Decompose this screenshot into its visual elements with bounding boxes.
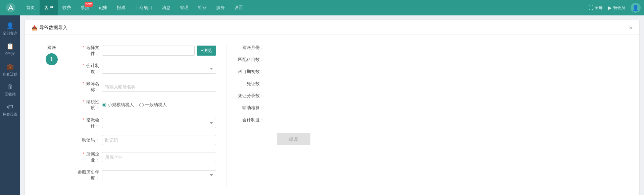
- sidebar-item-declare[interactable]: 📋 0申报: [0, 39, 20, 60]
- info-accounting-system-row: 会计制度：: [233, 117, 354, 123]
- file-input-group: +浏览: [102, 46, 216, 56]
- ledger-name-input[interactable]: [102, 82, 216, 92]
- svg-point-0: [6, 3, 15, 12]
- nav-items: 首页 客户 收费 票据 new 记账 报税 工商项目 消息 管理 经营 服务 设…: [21, 0, 589, 15]
- sidebar-item-migrate[interactable]: 💼 账套迁移: [0, 60, 20, 80]
- file-label: * 选择文件：: [75, 45, 102, 57]
- tax-type-label: * 纳税性质：: [75, 99, 102, 111]
- user-icon: 👤: [6, 22, 14, 29]
- import-panel: 📥 导爷数据导入 × 建账 1 * 选择文件：: [25, 20, 639, 195]
- file-input[interactable]: [102, 46, 195, 56]
- month-row: 建账月份：: [233, 45, 354, 51]
- history-year-select[interactable]: [102, 170, 216, 180]
- panel-header: 📥 导爷数据导入 ×: [25, 20, 639, 35]
- sidebar-item-tags[interactable]: 🏷 标签设置: [0, 100, 20, 120]
- migrate-icon: 💼: [6, 63, 14, 70]
- import-icon: 📥: [32, 25, 37, 30]
- nav-fee[interactable]: 收费: [58, 0, 76, 15]
- tag-icon: 🏷: [7, 104, 13, 111]
- voucher-label: 凭证数：: [233, 81, 267, 87]
- accountant-row: * 指派会计：: [75, 117, 216, 129]
- info-accounting-system-label: 会计制度：: [233, 117, 267, 123]
- nav-bookkeeping[interactable]: 记账: [94, 0, 112, 15]
- nav-right: ⛶ 全屏 ▶ 畅会员 👤: [589, 3, 641, 13]
- top-nav: 首页 客户 收费 票据 new 记账 报税 工商项目 消息 管理 经营 服务 设…: [0, 0, 644, 15]
- create-account-button[interactable]: 建账: [277, 133, 310, 145]
- nav-tax[interactable]: 报税: [112, 0, 130, 15]
- voucher-row: 凭证数：: [233, 81, 354, 87]
- tax-general-radio[interactable]: [139, 103, 144, 107]
- memo-label: 助记码：: [75, 137, 102, 143]
- sidebar-item-all-customers[interactable]: 👤 全部客户: [0, 19, 20, 39]
- nav-business[interactable]: 工商项目: [130, 0, 157, 15]
- tax-type-radio-group: 小规模纳税人 一般纳税人: [102, 102, 216, 108]
- left-form: * 选择文件： +浏览 * 会计制度：: [75, 45, 216, 187]
- app-logo[interactable]: [3, 0, 18, 15]
- aux-accounting-row: 辅助核算：: [233, 105, 354, 111]
- step-label: 建账: [47, 45, 56, 51]
- tax-small-radio-label[interactable]: 小规模纳税人: [102, 102, 134, 108]
- voucher-entries-row: 凭证分录数：: [233, 93, 354, 99]
- main-content: 📥 导爷数据导入 × 建账 1 * 选择文件：: [20, 15, 644, 195]
- nav-service[interactable]: 服务: [211, 0, 230, 15]
- memo-input[interactable]: [102, 135, 216, 145]
- company-input[interactable]: [102, 152, 216, 162]
- form-area: 建账 1 * 选择文件： +浏览 *: [25, 35, 639, 195]
- panel-title-text: 导爷数据导入: [39, 25, 67, 31]
- tax-type-row: * 纳税性质： 小规模纳税人 一般纳税人: [75, 99, 216, 111]
- nav-invoice[interactable]: 票据 new: [76, 0, 94, 15]
- accountant-select[interactable]: [102, 118, 216, 128]
- trash-icon: 🗑: [7, 83, 13, 90]
- file-row: * 选择文件： +浏览: [75, 45, 216, 57]
- step-circle: 1: [46, 53, 58, 65]
- month-label: 建账月份：: [233, 45, 267, 51]
- aux-accounting-label: 辅助核算：: [233, 105, 267, 111]
- declare-icon: 📋: [6, 43, 14, 50]
- fullscreen-btn[interactable]: ⛶ 全屏: [589, 5, 603, 11]
- subject-initial-row: 科目期初数：: [233, 69, 354, 75]
- accountant-label: * 指派会计：: [75, 117, 102, 129]
- memo-row: 助记码：: [75, 135, 216, 145]
- company-row: * 所属企业：: [75, 151, 216, 163]
- nav-message[interactable]: 消息: [157, 0, 175, 15]
- right-info: 建账月份： 匹配科目数： 科目期初数： 凭证数： 凭证分录数：: [226, 45, 354, 187]
- match-subject-row: 匹配科目数：: [233, 57, 354, 63]
- subject-initial-label: 科目期初数：: [233, 69, 267, 75]
- nav-home[interactable]: 首页: [21, 0, 40, 15]
- tax-small-radio[interactable]: [102, 103, 106, 107]
- accounting-system-label: * 会计制度：: [75, 63, 102, 75]
- browse-button[interactable]: +浏览: [197, 46, 216, 56]
- panel-title: 📥 导爷数据导入: [32, 25, 67, 31]
- step-section: 建账 1: [38, 45, 65, 187]
- history-year-label: 参照历史年度：: [75, 169, 102, 181]
- ledger-name-label: * 账簿名称：: [75, 81, 102, 93]
- accounting-system-select[interactable]: [102, 64, 216, 74]
- sidebar-item-trash[interactable]: 🗑 回收站: [0, 80, 20, 100]
- nav-settings[interactable]: 设置: [230, 0, 248, 15]
- member-btn[interactable]: ▶ 畅会员: [608, 5, 625, 11]
- nav-manage[interactable]: 管理: [175, 0, 193, 15]
- voucher-entries-label: 凭证分录数：: [233, 93, 267, 99]
- close-button[interactable]: ×: [629, 25, 633, 31]
- nav-customer[interactable]: 客户: [40, 0, 58, 15]
- nav-operation[interactable]: 经营: [193, 0, 211, 15]
- ledger-name-row: * 账簿名称：: [75, 81, 216, 93]
- match-subject-label: 匹配科目数：: [233, 57, 267, 63]
- accounting-system-row: * 会计制度：: [75, 63, 216, 75]
- sidebar: 👤 全部客户 📋 0申报 💼 账套迁移 🗑 回收站 🏷 标签设置: [0, 15, 20, 195]
- history-year-row: 参照历史年度：: [75, 169, 216, 181]
- tax-general-radio-label[interactable]: 一般纳税人: [139, 102, 167, 108]
- avatar[interactable]: 👤: [631, 3, 641, 13]
- new-badge: new: [85, 2, 93, 7]
- company-label: * 所属企业：: [75, 151, 102, 163]
